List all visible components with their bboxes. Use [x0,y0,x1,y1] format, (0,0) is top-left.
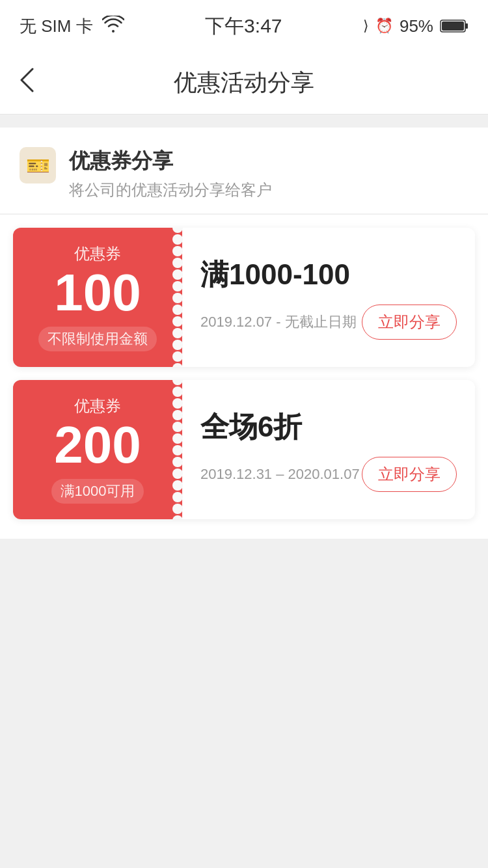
share-button-2[interactable]: 立即分享 [362,457,457,492]
coupon-date-1: 2019.12.07 - 无截止日期 [200,312,357,332]
section-subtitle: 将公司的优惠活动分享给客户 [69,180,272,200]
status-right: ⟩ ⏰ 95% [363,16,468,36]
coupon-left-1: 优惠券 100 不限制使用金额 [13,228,182,367]
zigzag-2 [172,380,183,519]
svg-rect-2 [442,21,464,31]
coupon-right-1: 满1000-100 2019.12.07 - 无截止日期 立即分享 [182,228,475,367]
coupon-date-2: 2019.12.31 – 2020.01.07 [200,466,360,483]
carrier-label: 无 SIM 卡 [20,15,93,38]
battery-percent: 95% [400,16,433,36]
page-title: 优惠活动分享 [174,67,314,99]
page-background [0,539,488,868]
divider-top [0,115,488,128]
coupon-label-2: 优惠券 [74,396,121,416]
coupon-title-2: 全场6折 [200,408,457,446]
battery-icon [440,19,468,33]
section-header: 🎫 优惠券分享 将公司的优惠活动分享给客户 [0,128,488,213]
coupon-card-2: 优惠券 200 满1000可用 全场6折 2019.12.31 – 2020.0… [13,380,475,519]
coupon-condition-2: 满1000可用 [51,479,144,504]
coupon-condition-1: 不限制使用金额 [38,327,157,351]
coupon-amount-2: 200 [54,419,141,471]
alarm-icon: ⏰ [375,18,393,34]
svg-rect-1 [465,23,468,29]
coupon-right-2: 全场6折 2019.12.31 – 2020.01.07 立即分享 [182,380,475,519]
nav-bar: 优惠活动分享 [0,52,488,115]
status-left: 无 SIM 卡 [20,15,124,38]
back-button[interactable] [20,68,34,98]
coupon-amount-1: 100 [54,267,141,319]
coupon-label-1: 优惠券 [74,243,121,264]
location-icon: ⟩ [363,18,369,34]
wifi-icon [102,16,124,37]
zigzag-1 [172,228,183,367]
section-header-text: 优惠券分享 将公司的优惠活动分享给客户 [69,147,272,200]
section-header-icon: 🎫 [20,147,56,183]
share-button-1[interactable]: 立即分享 [362,305,457,340]
coupon-left-2: 优惠券 200 满1000可用 [13,380,182,519]
section-title: 优惠券分享 [69,147,272,176]
svg-rect-5 [172,228,183,367]
status-time: 下午3:47 [205,13,282,40]
coupon-card-1: 优惠券 100 不限制使用金额 满1000-100 2019.12.07 - 无… [13,228,475,367]
status-bar: 无 SIM 卡 下午3:47 ⟩ ⏰ 95% [0,0,488,52]
coupon-list: 优惠券 100 不限制使用金额 满1000-100 2019.12.07 - 无… [0,215,488,539]
coupon-title-1: 满1000-100 [200,256,457,294]
svg-rect-8 [172,380,183,519]
